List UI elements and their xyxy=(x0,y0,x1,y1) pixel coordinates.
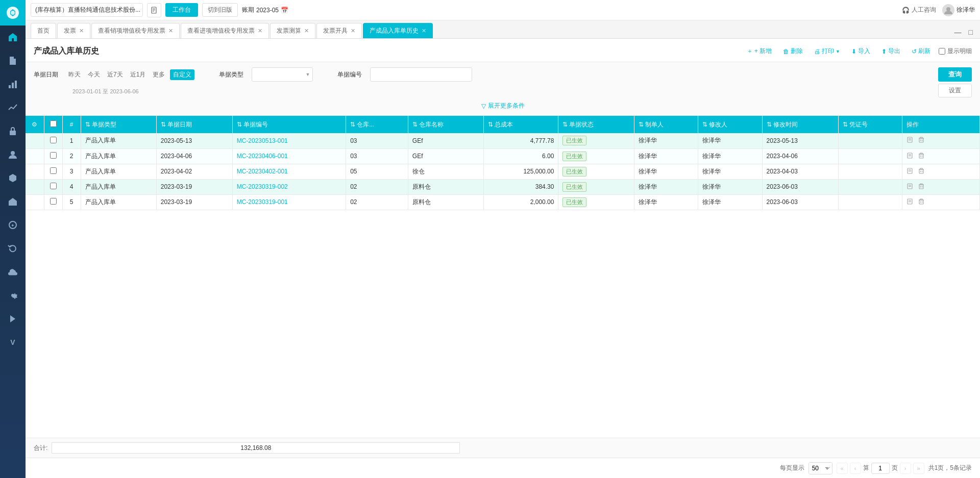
switch-version-button[interactable]: 切到旧版 xyxy=(202,3,238,17)
code-link-2[interactable]: MC-20230402-001 xyxy=(237,168,288,175)
sidebar-icon-analysis[interactable] xyxy=(0,96,26,119)
col-code[interactable]: ⇅单据编号 xyxy=(232,116,346,133)
sidebar-icon-stamp[interactable]: ✦ xyxy=(0,213,26,237)
tab-purchase-vat-close[interactable]: ✕ xyxy=(258,28,262,34)
tab-invoice-open-close[interactable]: ✕ xyxy=(351,28,355,34)
sidebar-icon-chart[interactable] xyxy=(0,72,26,96)
col-num: # xyxy=(62,116,81,133)
total-label: 合计: xyxy=(34,444,47,452)
sidebar-icon-inventory[interactable] xyxy=(0,166,26,190)
select-all-checkbox[interactable] xyxy=(50,120,57,127)
minimize-button[interactable]: — xyxy=(952,26,964,38)
tab-invoice-calc[interactable]: 发票测算 ✕ xyxy=(270,23,315,38)
filter-area: 单据日期 昨天 今天 近7天 近1月 更多 自定义 单据类型 xyxy=(26,62,980,116)
sidebar-icon-settings[interactable] xyxy=(0,284,26,307)
delete-button[interactable]: 🗑 删除 xyxy=(780,45,806,58)
tab-sales-vat-close[interactable]: ✕ xyxy=(168,28,173,34)
tab-sales-vat[interactable]: 查看销项增值税专用发票 ✕ xyxy=(91,23,180,38)
col-creator[interactable]: ⇅制单人 xyxy=(634,116,698,133)
type-select[interactable]: 产品入库单 xyxy=(252,67,313,82)
svg-marker-11 xyxy=(10,315,15,322)
tab-purchase-vat[interactable]: 查看进项增值税专用发票 ✕ xyxy=(181,23,269,38)
set-button[interactable]: 设置 xyxy=(938,84,972,97)
tab-product-history[interactable]: 产成品入库单历史 ✕ xyxy=(363,23,433,38)
shortcut-today[interactable]: 今天 xyxy=(86,69,102,80)
calendar-icon[interactable]: 📅 xyxy=(281,7,288,14)
code-link-1[interactable]: MC-20230406-001 xyxy=(237,153,288,160)
col-warehouse-code[interactable]: ⇅仓库... xyxy=(346,116,408,133)
help-button[interactable]: 🎧 人工咨询 xyxy=(902,6,936,14)
shortcut-yesterday[interactable]: 昨天 xyxy=(66,69,83,80)
tab-invoice[interactable]: 发票 ✕ xyxy=(57,23,90,38)
company-selector[interactable]: (库存核算）直播轻纯通信息技术股份... ▼ xyxy=(31,3,143,17)
print-button[interactable]: 🖨 打印 ▼ xyxy=(811,45,843,58)
prev-page-button[interactable]: ‹ xyxy=(850,463,861,474)
page-number-input[interactable] xyxy=(871,463,890,474)
col-status[interactable]: ⇅单据状态 xyxy=(558,116,634,133)
tab-home[interactable]: 首页 xyxy=(31,23,56,38)
sidebar-icon-document[interactable] xyxy=(0,49,26,72)
tab-invoice-calc-close[interactable]: ✕ xyxy=(304,28,309,34)
per-page-select[interactable]: 20 50 100 xyxy=(808,462,832,474)
col-modifier[interactable]: ⇅修改人 xyxy=(698,116,762,133)
row-checkbox-1[interactable] xyxy=(50,152,57,159)
edit-icon-4[interactable] xyxy=(906,198,914,207)
doc-icon-btn[interactable] xyxy=(147,3,161,17)
sidebar-icon-person[interactable] xyxy=(0,143,26,166)
edit-icon-0[interactable] xyxy=(906,136,914,145)
tab-invoice-close[interactable]: ✕ xyxy=(79,28,84,34)
tab-product-history-close[interactable]: ✕ xyxy=(422,28,426,34)
last-page-button[interactable]: » xyxy=(913,463,924,474)
shortcut-1month[interactable]: 近1月 xyxy=(128,69,148,80)
col-type[interactable]: ⇅单据类型 xyxy=(81,116,156,133)
sidebar-icon-cloud[interactable] xyxy=(0,260,26,284)
cell-code-4: MC-20230319-001 xyxy=(232,194,346,210)
col-voucher[interactable]: ⇅凭证号 xyxy=(838,116,902,133)
shortcut-more[interactable]: 更多 xyxy=(151,69,167,80)
user-info[interactable]: 徐泽华 xyxy=(942,4,975,16)
sidebar-icon-media[interactable] xyxy=(0,307,26,331)
sidebar-icon-version[interactable]: V xyxy=(0,331,26,354)
delete-icon-3[interactable] xyxy=(918,183,925,191)
row-checkbox-4[interactable] xyxy=(50,198,57,205)
workbench-button[interactable]: 工作台 xyxy=(165,3,198,17)
col-total-cost[interactable]: ⇅总成本 xyxy=(484,116,558,133)
delete-icon-4[interactable] xyxy=(918,198,925,207)
code-link-0[interactable]: MC-20230513-001 xyxy=(237,137,288,144)
sidebar-icon-refresh[interactable] xyxy=(0,237,26,260)
code-link-4[interactable]: MC-20230319-001 xyxy=(237,198,288,206)
edit-icon-2[interactable] xyxy=(906,167,914,176)
edit-icon-1[interactable] xyxy=(906,152,914,161)
shortcut-7days[interactable]: 近7天 xyxy=(105,69,125,80)
col-date[interactable]: ⇅单据日期 xyxy=(156,116,232,133)
tab-invoice-open[interactable]: 发票开具 ✕ xyxy=(316,23,362,38)
delete-icon-2[interactable] xyxy=(918,167,925,176)
delete-icon-0[interactable] xyxy=(918,136,925,145)
row-checkbox-3[interactable] xyxy=(50,183,57,189)
code-link-3[interactable]: MC-20230319-002 xyxy=(237,183,288,190)
number-input[interactable] xyxy=(370,67,472,82)
row-checkbox-2[interactable] xyxy=(50,167,57,174)
display-toggle-checkbox[interactable] xyxy=(939,48,945,55)
status-badge-0: 已生效 xyxy=(562,136,586,145)
row-checkbox-0[interactable] xyxy=(50,137,57,143)
app-logo[interactable] xyxy=(0,0,26,26)
refresh-button[interactable]: ↺ 刷新 xyxy=(909,45,934,58)
col-settings[interactable]: ⚙ xyxy=(26,116,44,133)
sidebar-icon-lock[interactable] xyxy=(0,119,26,143)
delete-icon-1[interactable] xyxy=(918,152,925,161)
edit-icon-3[interactable] xyxy=(906,183,914,191)
sidebar-icon-home[interactable] xyxy=(0,26,26,49)
col-modify-time[interactable]: ⇅修改时间 xyxy=(762,116,838,133)
import-button[interactable]: ⬇ 导入 xyxy=(848,45,873,58)
next-page-button[interactable]: › xyxy=(900,463,911,474)
col-warehouse-name[interactable]: ⇅仓库名称 xyxy=(408,116,483,133)
maximize-button[interactable]: □ xyxy=(967,26,975,38)
expand-more-btn[interactable]: ▽ 展开更多条件 xyxy=(34,102,972,110)
sidebar-icon-warehouse[interactable] xyxy=(0,190,26,213)
query-button[interactable]: 查询 xyxy=(938,67,972,82)
shortcut-custom[interactable]: 自定义 xyxy=(170,69,194,80)
new-button[interactable]: ＋ + 新增 xyxy=(744,45,775,58)
export-button[interactable]: ⬆ 导出 xyxy=(878,45,903,58)
first-page-button[interactable]: « xyxy=(837,463,848,474)
